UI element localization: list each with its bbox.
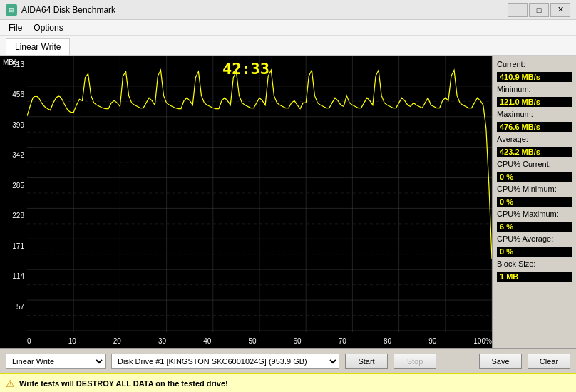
cpu-minimum-label: CPU% Minimum: <box>497 185 572 193</box>
y-label-114: 114 <box>0 273 27 280</box>
x-label-50: 50 <box>248 337 256 345</box>
tab-linear-write[interactable]: Linear Write <box>6 38 70 55</box>
title-bar: ⊞ AIDA64 Disk Benchmark — □ ✕ <box>0 0 576 20</box>
average-label: Average: <box>497 135 572 143</box>
x-label-0: 0 <box>27 337 31 345</box>
content-row: MB/s 42:33 513 456 399 342 285 228 171 1… <box>0 56 576 348</box>
menu-file[interactable]: File <box>3 21 28 34</box>
y-label-513: 513 <box>0 61 27 68</box>
blocksize-value: 1 MB <box>497 272 572 282</box>
y-label-399: 399 <box>0 122 27 129</box>
clear-button[interactable]: Clear <box>528 354 570 369</box>
x-label-60: 60 <box>294 337 302 345</box>
y-axis-labels: 513 456 399 342 285 228 171 114 57 <box>0 56 27 348</box>
title-bar-left: ⊞ AIDA64 Disk Benchmark <box>6 4 115 16</box>
cpu-current-value: 0 % <box>497 172 572 182</box>
current-value: 410.9 MB/s <box>497 72 572 82</box>
maximize-button[interactable]: □ <box>529 3 549 17</box>
minimum-value: 121.0 MB/s <box>497 97 572 107</box>
blocksize-label: Block Size: <box>497 259 572 268</box>
maximum-value: 476.6 MB/s <box>497 122 572 132</box>
cpu-maximum-label: CPU% Maximum: <box>497 210 572 218</box>
save-button[interactable]: Save <box>479 354 522 369</box>
y-label-456: 456 <box>0 91 27 98</box>
test-select[interactable]: Linear Write Linear Read Random Read Ran… <box>6 354 106 369</box>
x-axis-labels: 0 10 20 30 40 50 60 70 80 90 100% <box>27 337 492 345</box>
y-label-228: 228 <box>0 212 27 220</box>
cpu-maximum-value: 6 % <box>497 222 572 232</box>
chart-svg <box>27 56 492 332</box>
x-label-100: 100% <box>473 337 492 345</box>
drive-select[interactable]: Disk Drive #1 [KINGSTON SKC6001024G] (95… <box>111 354 339 369</box>
warning-icon: ⚠ <box>6 378 15 389</box>
menu-options[interactable]: Options <box>28 21 68 34</box>
tab-area: Linear Write <box>0 36 576 56</box>
x-label-20: 20 <box>113 337 121 345</box>
cpu-current-label: CPU% Current: <box>497 160 572 168</box>
menu-bar: File Options <box>0 20 576 36</box>
bottom-controls: Linear Write Linear Read Random Read Ran… <box>0 348 576 373</box>
stop-button[interactable]: Stop <box>394 354 436 369</box>
x-label-90: 90 <box>428 337 436 345</box>
average-value: 423.2 MB/s <box>497 147 572 157</box>
maximum-label: Maximum: <box>497 110 572 118</box>
cpu-minimum-value: 0 % <box>497 197 572 207</box>
cpu-average-value: 0 % <box>497 247 572 257</box>
warning-bar: ⚠ Write tests will DESTROY ALL DATA on t… <box>0 373 576 392</box>
title-bar-text: AIDA64 Disk Benchmark <box>21 5 115 15</box>
stats-panel: Current: 410.9 MB/s Minimum: 121.0 MB/s … <box>492 56 576 348</box>
chart-container: MB/s 42:33 513 456 399 342 285 228 171 1… <box>0 56 492 348</box>
y-label-171: 171 <box>0 243 27 250</box>
app-icon: ⊞ <box>6 4 17 16</box>
title-bar-controls: — □ ✕ <box>508 3 570 17</box>
app-window: ⊞ AIDA64 Disk Benchmark — □ ✕ File Optio… <box>0 0 576 392</box>
close-button[interactable]: ✕ <box>550 3 570 17</box>
cpu-average-label: CPU% Average: <box>497 234 572 243</box>
x-label-30: 30 <box>158 337 166 345</box>
y-label-342: 342 <box>0 152 27 159</box>
y-label-57: 57 <box>0 304 27 311</box>
x-label-10: 10 <box>68 337 76 345</box>
minimize-button[interactable]: — <box>508 3 528 17</box>
tab-content-area: Linear Write MB/s 42:33 513 456 399 342 … <box>0 36 576 348</box>
y-label-285: 285 <box>0 182 27 190</box>
warning-text: Write tests will DESTROY ALL DATA on the… <box>19 379 228 388</box>
x-label-40: 40 <box>203 337 211 345</box>
x-label-70: 70 <box>339 337 346 345</box>
chart-area: MB/s 42:33 513 456 399 342 285 228 171 1… <box>0 56 492 348</box>
start-button[interactable]: Start <box>345 354 388 369</box>
x-label-80: 80 <box>384 337 391 345</box>
minimum-label: Minimum: <box>497 85 572 93</box>
chart-inner <box>27 56 492 332</box>
current-label: Current: <box>497 60 572 68</box>
